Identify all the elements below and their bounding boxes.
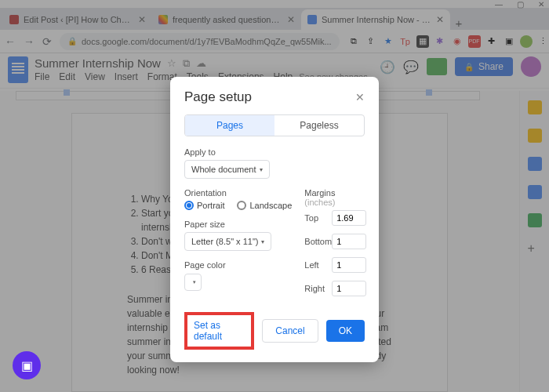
margin-bottom-input[interactable] — [332, 234, 366, 249]
close-icon[interactable]: ✕ — [355, 91, 365, 103]
tab-pageless[interactable]: Pageless — [274, 115, 364, 136]
tab-pages[interactable]: Pages — [185, 115, 274, 136]
set-as-default-button[interactable]: Set as default — [184, 312, 254, 350]
paper-size-select[interactable]: Letter (8.5" x 11") — [184, 232, 271, 251]
margin-top-label: Top — [304, 213, 318, 223]
page-color-select[interactable] — [184, 274, 202, 291]
margin-left-input[interactable] — [332, 257, 366, 273]
radio-portrait[interactable]: Portrait — [184, 201, 224, 210]
page-color-label: Page color — [184, 260, 292, 270]
paper-size-label: Paper size — [184, 220, 292, 229]
cancel-button[interactable]: Cancel — [262, 319, 318, 343]
apply-to-select[interactable]: Whole document — [184, 160, 270, 179]
floating-camera-button[interactable]: ▣ — [13, 351, 41, 379]
margin-top-input[interactable] — [332, 210, 366, 226]
margin-right-input[interactable] — [332, 281, 366, 296]
margin-left-label: Left — [304, 260, 318, 270]
margin-bottom-label: Bottom — [304, 237, 332, 246]
radio-landscape[interactable]: Landscape — [237, 201, 292, 210]
page-mode-tabs: Pages Pageless — [184, 114, 365, 136]
apply-to-label: Apply to — [184, 147, 365, 157]
dialog-title: Page setup — [184, 89, 252, 105]
page-setup-dialog: Page setup ✕ Pages Pageless Apply to Who… — [170, 77, 379, 362]
margin-right-label: Right — [304, 284, 325, 293]
margins-label: Margins (inches) — [304, 188, 366, 207]
ok-button[interactable]: OK — [326, 320, 365, 342]
orientation-label: Orientation — [184, 188, 292, 198]
